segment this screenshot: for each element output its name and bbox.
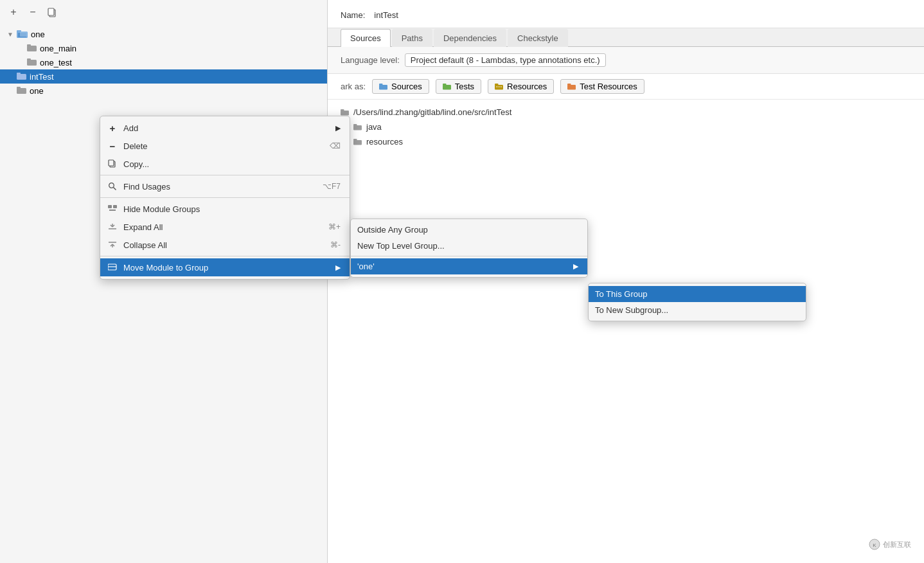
collapse-all-icon [107,239,118,251]
expand-all-shortcut: ⌘+ [328,222,341,231]
mark-as-label: ark as: [341,82,366,91]
mark-as-row: ark as: Sources Tests [328,74,924,100]
arrow-icon-move-module: ▶ [335,264,341,272]
main-container: + − ▼ one [0,0,924,563]
delete-shortcut: ⌫ [330,141,341,150]
menu-item-copy[interactable]: Copy... [100,155,350,173]
language-value: Project default (8 - Lambdas, type annot… [405,53,606,67]
svg-rect-23 [341,111,349,116]
svg-rect-25 [353,125,362,130]
mark-tests-button[interactable]: Tests [436,79,481,94]
name-label: Name: [341,10,365,20]
svg-rect-18 [495,85,503,90]
watermark-text: 创新互联 [883,540,911,550]
svg-rect-7 [27,44,31,47]
path-java-folder-icon [353,124,362,130]
mark-sources-button[interactable]: Sources [372,79,429,94]
svg-rect-15 [379,84,383,85]
tree-label-one-main: one_main [40,44,76,53]
mark-resources-button[interactable]: Resources [488,79,554,94]
submenu-one-group: To This Group To New Subgroup... [588,283,806,321]
language-label: Language level: [341,55,400,65]
language-row: Language level: Project default (8 - Lam… [328,47,924,74]
svg-rect-14 [379,85,387,90]
menu-item-to-new-subgroup[interactable]: To New Subgroup... [589,302,806,318]
svg-rect-13 [17,87,21,89]
menu-label-move-module: Move Module to Group [123,263,208,273]
svg-rect-21 [567,85,576,90]
resources-folder-icon [495,84,504,90]
menu-item-to-this-group[interactable]: To This Group [589,286,806,302]
menu-item-add[interactable]: + Add ▶ [100,119,350,137]
menu-item-outside-any-group[interactable]: Outside Any Group [351,222,587,238]
menu-label-expand-all: Expand All [123,222,163,232]
name-row: Name: intTest [328,0,924,28]
submenu-move-module: Outside Any Group New Top Level Group...… [350,219,588,278]
path-resources: resources [341,134,911,149]
menu-sep-3 [100,256,350,256]
tab-checkstyle[interactable]: Checkstyle [508,29,568,47]
menu-sep-2 [100,197,350,198]
svg-rect-9 [27,58,31,61]
menu-item-move-module[interactable]: Move Module to Group ▶ [100,258,350,276]
mark-test-resources-button[interactable]: Test Resources [560,79,644,94]
svg-point-31 [109,183,114,188]
watermark-logo: K [869,539,880,550]
tree-item-one-test[interactable]: ▶ one_test [0,55,327,69]
remove-button[interactable]: − [26,5,40,19]
tabs-row: Sources Paths Dependencies Checkstyle [328,28,924,47]
menu-label-find-usages: Find Usages [123,182,170,192]
menu-item-collapse-all[interactable]: Collapse All ⌘- [100,236,350,254]
tree-item-one2[interactable]: ▶ one [0,84,327,98]
expand-all-icon [107,221,118,233]
test-resources-folder-icon [567,84,576,90]
menu-item-expand-all[interactable]: Expand All ⌘+ [100,218,350,236]
menu-label-to-this-group: To This Group [595,289,647,299]
path-root-label: /Users/lind.zhang/gitlab/lind.one/src/in… [353,107,511,117]
svg-rect-5 [20,31,27,37]
tree-arrow-one: ▼ [5,29,15,39]
menu-item-find-usages[interactable]: Find Usages ⌥F7 [100,177,350,195]
svg-rect-24 [341,109,344,111]
add-icon: + [107,122,118,134]
path-java: java [341,120,911,134]
submenu1-sep [351,256,587,256]
name-value: intTest [374,10,398,20]
folder-icon-one2 [17,87,27,94]
add-button[interactable]: + [6,5,21,19]
menu-item-one-group[interactable]: 'one' ▶ [351,258,587,274]
svg-rect-35 [109,210,116,211]
menu-label-to-new-subgroup: To New Subgroup... [595,305,668,315]
copy-icon [107,158,118,170]
path-java-label: java [366,122,382,132]
menu-item-new-top-level[interactable]: New Top Level Group... [351,238,587,254]
hide-module-groups-icon [107,203,118,215]
menu-label-outside-any-group: Outside Any Group [357,225,428,235]
move-module-icon [107,262,118,273]
tab-dependencies[interactable]: Dependencies [434,29,506,47]
copy-button[interactable] [45,5,59,19]
path-resources-label: resources [366,137,403,147]
tree-label-inttest: intTest [30,72,54,82]
context-menu: + Add ▶ − Delete ⌫ Copy... [100,116,350,280]
tree-item-inttest[interactable]: ▶ intTest [0,69,327,84]
menu-label-one-group: 'one' [357,262,375,271]
tree-item-one[interactable]: ▼ one [0,27,327,41]
svg-rect-33 [108,205,112,208]
tree-item-one-main[interactable]: ▶ one_main [0,41,327,55]
menu-item-hide-module-groups[interactable]: Hide Module Groups [100,200,350,218]
tree-area: ▼ one ▶ one_main ▶ [0,24,327,563]
path-root-folder-icon [341,109,350,116]
svg-rect-30 [109,160,114,166]
toolbar: + − [0,0,327,24]
path-root: /Users/lind.zhang/gitlab/lind.one/src/in… [341,105,911,120]
svg-rect-11 [17,73,21,75]
tab-sources[interactable]: Sources [341,29,391,47]
folder-icon-one-main [27,44,37,52]
tab-paths[interactable]: Paths [392,29,432,47]
svg-rect-16 [443,85,451,90]
menu-label-add: Add [123,123,138,133]
svg-rect-28 [353,139,357,141]
menu-item-delete[interactable]: − Delete ⌫ [100,137,350,155]
svg-text:K: K [873,542,876,548]
